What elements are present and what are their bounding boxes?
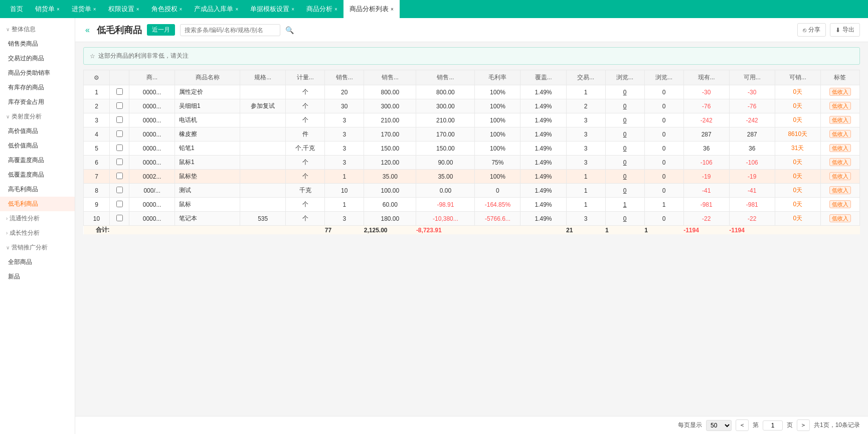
- row-checkbox[interactable]: [116, 187, 123, 193]
- close-icon[interactable]: ×: [136, 7, 139, 12]
- col-header-sales_price[interactable]: 销售...: [364, 70, 416, 85]
- sidebar-item-高毛利商品[interactable]: 高毛利商品: [0, 182, 75, 197]
- row-current-stock: 36: [683, 141, 729, 156]
- col-header-check[interactable]: [110, 70, 129, 85]
- collapse-btn[interactable]: «: [83, 26, 92, 35]
- sidebar-item-低毛利商品[interactable]: 低毛利商品: [0, 197, 75, 211]
- table-wrapper: ⚙商...商品名称规格...计量...销售...销售...销售...毛利率覆盖.…: [75, 65, 868, 416]
- sidebar-item-高价值商品[interactable]: 高价值商品: [0, 124, 75, 138]
- row-gross-margin: 75%: [475, 156, 520, 170]
- close-icon[interactable]: ×: [235, 7, 238, 12]
- sidebar-group-营销推广分析[interactable]: ∨营销推广分析: [0, 240, 75, 255]
- col-header-current_stock[interactable]: 现有...: [683, 70, 729, 85]
- row-browse1: 0: [605, 212, 644, 226]
- sidebar-group-流通性分析[interactable]: ›流通性分析: [0, 211, 75, 226]
- close-icon[interactable]: ×: [291, 7, 294, 12]
- row-spec: [240, 198, 286, 212]
- col-header-browse2[interactable]: 浏览...: [644, 70, 683, 85]
- nav-item-商品分析列表[interactable]: 商品分析列表 ×: [343, 0, 400, 18]
- row-checkbox[interactable]: [116, 102, 123, 109]
- row-sales-qty: 30: [325, 99, 364, 113]
- sidebar-item-库存资金占用[interactable]: 库存资金占用: [0, 95, 75, 109]
- row-checkbox[interactable]: [116, 159, 123, 165]
- close-icon[interactable]: ×: [391, 7, 394, 12]
- table-footer: 合计:772,125.00-8,723.912111-1194-1194: [84, 226, 860, 235]
- col-header-saleable[interactable]: 可销...: [775, 70, 820, 85]
- page-size-select[interactable]: 50 100 200: [706, 420, 732, 431]
- sidebar-group-类射度分析[interactable]: ∨类射度分析: [0, 109, 75, 124]
- table-row: 20000...吴细细1参加复试个30300.00300.00100%1.49%…: [84, 99, 860, 113]
- search-button[interactable]: 🔍: [285, 26, 294, 34]
- nav-item-进货单[interactable]: 进货单 ×: [66, 0, 102, 18]
- close-icon[interactable]: ×: [334, 7, 337, 12]
- nav-item-产成品入库单[interactable]: 产成品入库单 ×: [188, 0, 244, 18]
- close-icon[interactable]: ×: [93, 7, 96, 12]
- row-name: 笔记本: [175, 212, 240, 226]
- row-transaction: 3: [566, 212, 605, 226]
- sidebar-item-高覆盖度商品[interactable]: 高覆盖度商品: [0, 153, 75, 168]
- tag-badge: 低收入: [829, 102, 851, 110]
- row-checkbox[interactable]: [116, 88, 123, 95]
- col-header-gross_margin[interactable]: 毛利率: [475, 70, 520, 85]
- row-coverage: 1.49%: [520, 141, 566, 156]
- sidebar-item-低价值商品[interactable]: 低价值商品: [0, 138, 75, 153]
- col-header-coverage[interactable]: 覆盖...: [520, 70, 566, 85]
- col-header-spec[interactable]: 规格...: [240, 70, 286, 85]
- row-browse1: 0: [605, 141, 644, 156]
- row-browse1: 0: [605, 170, 644, 184]
- row-checkbox[interactable]: [116, 130, 123, 137]
- close-icon[interactable]: ×: [180, 7, 183, 12]
- nav-item-角色授权[interactable]: 角色授权 ×: [145, 0, 189, 18]
- col-header-sales_profit[interactable]: 销售...: [416, 70, 475, 85]
- sidebar-item-有库存的商品[interactable]: 有库存的商品: [0, 80, 75, 95]
- next-page-button[interactable]: ＞: [797, 419, 810, 431]
- sidebar-item-交易过的商品[interactable]: 交易过的商品: [0, 51, 75, 66]
- content-area: « 低毛利商品 近一月 🔍 ⎋ 分享 ⬇ 导出 ☆ 这部分商品的利润非常低，请关…: [75, 18, 868, 434]
- row-checkbox[interactable]: [116, 201, 123, 207]
- search-input[interactable]: [180, 24, 280, 36]
- row-coverage: 1.49%: [520, 99, 566, 113]
- row-checkbox[interactable]: [116, 173, 123, 179]
- row-browse1: 1: [605, 198, 644, 212]
- tag-badge: 低收入: [829, 88, 851, 96]
- nav-item-单据模板设置[interactable]: 单据模板设置 ×: [244, 0, 300, 18]
- nav-item-权限设置[interactable]: 权限设置 ×: [102, 0, 145, 18]
- row-sales-profit: -98.91: [416, 198, 475, 212]
- col-header-unit[interactable]: 计量...: [286, 70, 325, 85]
- col-header-tag[interactable]: 标签: [820, 70, 859, 85]
- row-checkbox-cell: [110, 212, 129, 226]
- row-sales-qty: 3: [325, 156, 364, 170]
- col-header-code[interactable]: 商...: [129, 70, 175, 85]
- row-available: -22: [729, 212, 775, 226]
- sidebar-group-成长性分析[interactable]: ›成长性分析: [0, 226, 75, 240]
- sidebar-item-商品分类助销率[interactable]: 商品分类助销率: [0, 66, 75, 80]
- page-input[interactable]: [763, 420, 783, 430]
- row-checkbox[interactable]: [116, 144, 123, 151]
- export-button[interactable]: ⬇ 导出: [830, 23, 860, 37]
- col-header-transaction[interactable]: 交易...: [566, 70, 605, 85]
- row-checkbox[interactable]: [116, 215, 123, 221]
- nav-item-商品分析[interactable]: 商品分析 ×: [300, 0, 343, 18]
- nav-item-销货单[interactable]: 销货单 ×: [29, 0, 66, 18]
- close-icon[interactable]: ×: [57, 7, 60, 12]
- nav-item-首页[interactable]: 首页: [4, 0, 29, 18]
- row-checkbox[interactable]: [116, 116, 123, 123]
- col-header-browse1[interactable]: 浏览...: [605, 70, 644, 85]
- total-label: 页: [787, 421, 793, 429]
- row-code: 0000...: [129, 127, 175, 141]
- prev-page-button[interactable]: ＜: [736, 419, 749, 431]
- row-coverage: 1.49%: [520, 156, 566, 170]
- share-button[interactable]: ⎋ 分享: [797, 23, 826, 37]
- row-saleable: 0天: [775, 212, 820, 226]
- sidebar-item-全部商品[interactable]: 全部商品: [0, 255, 75, 269]
- col-header-name[interactable]: 商品名称: [175, 70, 240, 85]
- col-header-available[interactable]: 可用...: [729, 70, 775, 85]
- sidebar-item-新品[interactable]: 新品: [0, 269, 75, 284]
- sidebar-item-低覆盖度商品[interactable]: 低覆盖度商品: [0, 168, 75, 182]
- sidebar-item-销售类商品[interactable]: 销售类商品: [0, 37, 75, 51]
- col-header-settings[interactable]: ⚙: [84, 70, 110, 85]
- sidebar-group-整体信息[interactable]: ∨整体信息: [0, 22, 75, 37]
- row-coverage: 1.49%: [520, 127, 566, 141]
- col-header-sales_qty[interactable]: 销售...: [325, 70, 364, 85]
- period-button[interactable]: 近一月: [147, 24, 175, 36]
